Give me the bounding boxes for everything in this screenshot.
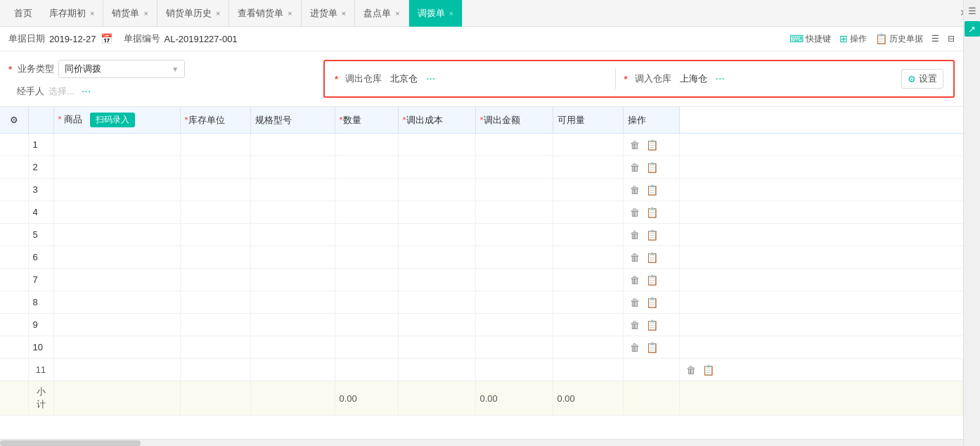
tab-close-view-sales[interactable]: × bbox=[288, 9, 292, 18]
tab-transfer[interactable]: 调拨单 × bbox=[409, 0, 463, 27]
row-copy-icon-1[interactable]: 📋 bbox=[644, 139, 660, 151]
handler-more-button[interactable]: ··· bbox=[79, 85, 94, 98]
right-panel-export-button[interactable]: ↗ bbox=[965, 21, 980, 37]
row-qty-9[interactable] bbox=[335, 314, 398, 336]
row-goods-2[interactable] bbox=[53, 156, 180, 179]
subtotal-row-amount: 0.00 bbox=[553, 381, 623, 416]
warehouse-divider bbox=[615, 68, 616, 89]
tab-initial-stock[interactable]: 库存期初 × bbox=[41, 0, 103, 27]
tab-home[interactable]: 首页 bbox=[6, 0, 41, 27]
table-header-settings[interactable]: ⚙ bbox=[0, 107, 28, 134]
row-delete-icon-5[interactable]: 🗑 bbox=[628, 229, 642, 241]
row-cost-6 bbox=[398, 246, 475, 269]
row-spec-3 bbox=[250, 179, 335, 201]
subtotal-row-cell-0 bbox=[0, 381, 28, 416]
row-cost-4 bbox=[398, 201, 475, 224]
tab-view-sales[interactable]: 查看销货单 × bbox=[229, 0, 301, 27]
row-delete-icon-2[interactable]: 🗑 bbox=[628, 162, 642, 173]
tab-close-inventory[interactable]: × bbox=[395, 9, 399, 18]
row-delete-icon-7[interactable]: 🗑 bbox=[628, 274, 642, 286]
layout-grid-button[interactable]: ⊟ bbox=[948, 34, 955, 44]
right-panel-list-button[interactable]: ☰ bbox=[965, 3, 980, 18]
row-goods-9[interactable] bbox=[53, 314, 180, 336]
row-avail-10 bbox=[553, 336, 623, 359]
subtotal-delete-icon[interactable]: 🗑 bbox=[684, 364, 698, 376]
business-type-value: 同价调拨 bbox=[65, 63, 169, 75]
tab-sales-history[interactable]: 销货单历史 × bbox=[157, 0, 229, 27]
row-copy-icon-8[interactable]: 📋 bbox=[644, 297, 660, 308]
row-copy-icon-3[interactable]: 📋 bbox=[644, 184, 660, 196]
row-qty-7[interactable] bbox=[335, 269, 398, 291]
in-warehouse-value: 上海仓 bbox=[680, 72, 707, 85]
row-qty-10[interactable] bbox=[335, 336, 398, 359]
row-spec-5 bbox=[250, 224, 335, 246]
row-copy-icon-9[interactable]: 📋 bbox=[644, 319, 660, 331]
row-goods-3[interactable] bbox=[53, 179, 180, 201]
row-delete-icon-10[interactable]: 🗑 bbox=[628, 342, 642, 353]
scan-button[interactable]: 扫码录入 bbox=[90, 113, 135, 127]
layout-list-button[interactable]: ☰ bbox=[931, 34, 939, 44]
row-qty-6[interactable] bbox=[335, 246, 398, 269]
row-qty-5[interactable] bbox=[335, 224, 398, 246]
row-spec-7 bbox=[250, 269, 335, 291]
in-warehouse-more-button[interactable]: ··· bbox=[713, 72, 728, 85]
settings-button[interactable]: ⚙ 设置 bbox=[901, 69, 943, 89]
tab-close-sales-order[interactable]: × bbox=[143, 9, 148, 18]
row-goods-7[interactable] bbox=[53, 269, 180, 291]
row-copy-icon-5[interactable]: 📋 bbox=[644, 229, 660, 241]
row-goods-10[interactable] bbox=[53, 336, 180, 359]
doc-no-field: 单据编号 AL-20191227-001 bbox=[124, 32, 238, 45]
tab-inventory[interactable]: 盘点单 × bbox=[355, 0, 408, 27]
business-type-select[interactable]: 同价调拨 ▼ bbox=[58, 60, 185, 78]
row-qty-8[interactable] bbox=[335, 291, 398, 314]
table-row: 6 🗑 📋 bbox=[0, 246, 963, 269]
row-delete-icon-9[interactable]: 🗑 bbox=[628, 319, 642, 331]
tab-sales-order[interactable]: 销货单 × bbox=[103, 0, 157, 27]
row-delete-icon-1[interactable]: 🗑 bbox=[628, 139, 642, 151]
subtotal-row-cell-6 bbox=[398, 381, 475, 416]
warehouse-panel: * 调出仓库 北京仓 ··· * 调入仓库 上海仓 ··· ⚙ 设置 bbox=[323, 60, 955, 98]
in-warehouse-block: * 调入仓库 上海仓 ··· bbox=[624, 72, 896, 85]
row-qty-1[interactable] bbox=[335, 134, 398, 156]
row-unit-2 bbox=[180, 156, 250, 179]
row-copy-icon-4[interactable]: 📋 bbox=[644, 207, 660, 218]
out-warehouse-more-button[interactable]: ··· bbox=[423, 72, 438, 85]
row-unit-9 bbox=[180, 314, 250, 336]
row-goods-5[interactable] bbox=[53, 224, 180, 246]
row-qty-4[interactable] bbox=[335, 201, 398, 224]
horizontal-scrollbar[interactable] bbox=[0, 439, 963, 446]
row-delete-icon-3[interactable]: 🗑 bbox=[628, 184, 642, 196]
table-row: 10 🗑 📋 bbox=[0, 336, 963, 359]
history-button[interactable]: 📋 历史单据 bbox=[875, 33, 923, 45]
operation-button[interactable]: ⊞ 操作 bbox=[839, 33, 867, 45]
row-avail-4 bbox=[553, 201, 623, 224]
tab-purchase-order[interactable]: 进货单 × bbox=[302, 0, 355, 27]
row-copy-icon-10[interactable]: 📋 bbox=[644, 342, 660, 353]
row-amount-4 bbox=[475, 201, 553, 224]
row-goods-8[interactable] bbox=[53, 291, 180, 314]
items-table: ⚙ * 商品 扫码录入 *库存单位 规格型号 * bbox=[0, 107, 963, 416]
subtotal-copy-icon[interactable]: 📋 bbox=[700, 364, 716, 376]
shortcut-button[interactable]: ⌨ 快捷键 bbox=[789, 33, 831, 45]
tab-close-transfer[interactable]: × bbox=[449, 9, 453, 18]
tab-close-sales-history[interactable]: × bbox=[216, 9, 220, 18]
row-delete-icon-4[interactable]: 🗑 bbox=[628, 207, 642, 218]
row-qty-3[interactable] bbox=[335, 179, 398, 201]
row-copy-icon-2[interactable]: 📋 bbox=[644, 162, 660, 173]
row-goods-6[interactable] bbox=[53, 246, 180, 269]
row-copy-icon-6[interactable]: 📋 bbox=[644, 252, 660, 263]
business-type-field: * 业务类型 同价调拨 ▼ bbox=[8, 60, 318, 78]
row-qty-2[interactable] bbox=[335, 156, 398, 179]
row-delete-icon-8[interactable]: 🗑 bbox=[628, 297, 642, 308]
row-copy-icon-7[interactable]: 📋 bbox=[644, 274, 660, 286]
scrollbar-thumb[interactable] bbox=[0, 440, 141, 446]
row-spec-6 bbox=[250, 246, 335, 269]
tab-close-purchase-order[interactable]: × bbox=[342, 9, 346, 18]
row-avail-3 bbox=[553, 179, 623, 201]
tab-close-initial-stock[interactable]: × bbox=[90, 9, 94, 18]
row-goods-4[interactable] bbox=[53, 201, 180, 224]
row-goods-1[interactable] bbox=[53, 134, 180, 156]
handler-placeholder[interactable]: 选择... bbox=[49, 85, 75, 98]
calendar-icon[interactable]: 📅 bbox=[101, 33, 112, 44]
row-delete-icon-6[interactable]: 🗑 bbox=[628, 252, 642, 263]
